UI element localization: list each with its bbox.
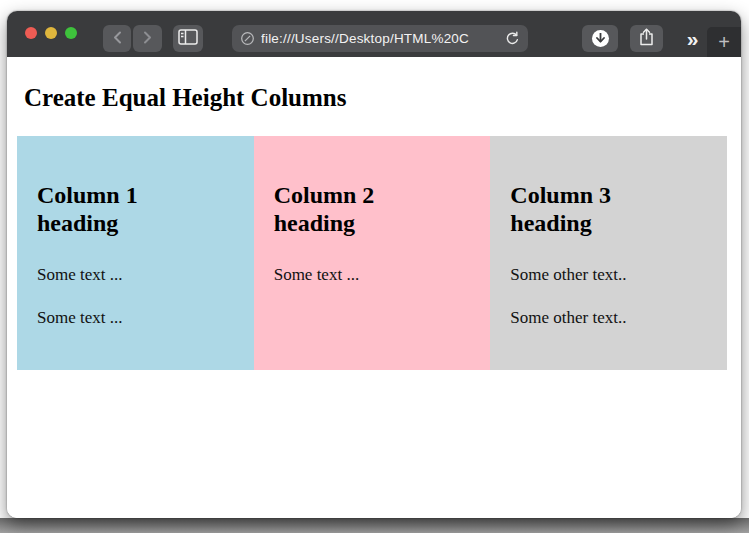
back-button[interactable] [103,25,131,52]
page-content: Create Equal Height Columns Column 1 hea… [7,57,741,518]
toolbar-overflow-button[interactable]: » [679,22,707,56]
share-icon [639,28,654,50]
zoom-window-button[interactable] [65,27,77,39]
desk-shadow-band [0,518,749,533]
browser-window: file:///Users//Desktop/HTML%20C [7,11,741,518]
sidebar-toggle-button[interactable] [173,25,203,52]
column-1-paragraph: Some text ... [37,308,234,328]
column-2-paragraph: Some text ... [274,265,471,285]
new-tab-button[interactable]: + [707,27,741,57]
compass-icon [240,31,255,46]
browser-toolbar: file:///Users//Desktop/HTML%20C [7,11,741,57]
column-3-paragraph: Some other text.. [510,308,707,328]
equal-height-columns-container: Column 1 heading Some text ... Some text… [17,136,727,370]
downloads-button[interactable] [582,25,618,52]
column-3: Column 3 heading Some other text.. Some … [490,136,727,370]
sidebar-icon [178,29,198,49]
minimize-window-button[interactable] [45,27,57,39]
reload-icon [505,31,520,46]
chevron-left-icon [113,30,122,48]
column-1-heading: Column 1 heading [37,182,197,237]
column-2: Column 2 heading Some text ... [254,136,491,370]
column-1: Column 1 heading Some text ... Some text… [17,136,254,370]
download-icon [592,30,609,47]
column-3-paragraph: Some other text.. [510,265,707,285]
page-title: Create Equal Height Columns [17,57,727,112]
address-bar[interactable]: file:///Users//Desktop/HTML%20C [232,25,528,52]
chevron-right-icon [143,30,152,48]
column-1-paragraph: Some text ... [37,265,234,285]
url-text: file:///Users//Desktop/HTML%20C [261,31,501,46]
column-3-heading: Column 3 heading [510,182,670,237]
url-fade-overlay [472,25,502,52]
share-button[interactable] [630,25,663,52]
forward-button[interactable] [133,25,162,52]
close-window-button[interactable] [25,27,37,39]
reload-button[interactable] [505,31,520,46]
column-2-heading: Column 2 heading [274,182,434,237]
